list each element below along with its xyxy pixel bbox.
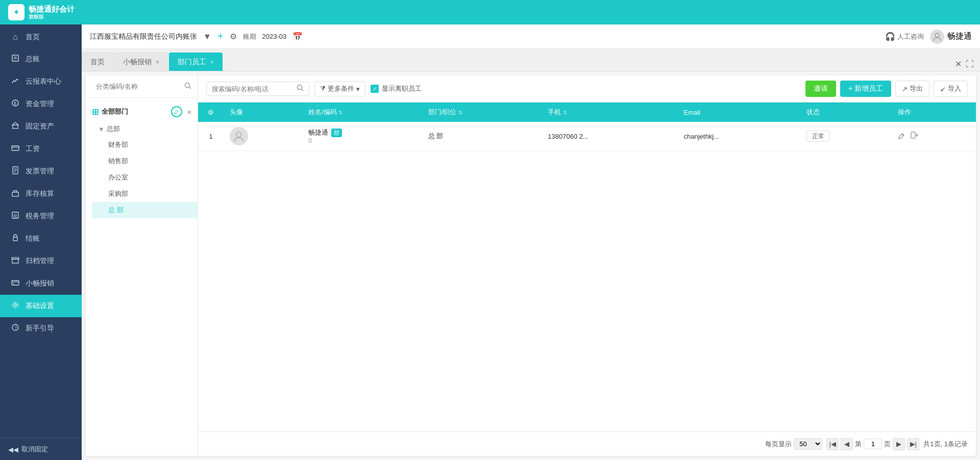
dept-item-purchase[interactable]: 采购部: [92, 186, 198, 202]
employee-panel: ⧩ 更多条件 ▾ ✓ 显示离职员工 邀请 + 新增员工: [198, 75, 976, 456]
dept-panel: ⊞ 全部部门 « ▼ 总部 财务部: [86, 75, 198, 456]
page-input[interactable]: [864, 439, 882, 449]
name-sort-label: 姓名/编码: [308, 108, 337, 116]
total-info: 共1页, 1条记录: [923, 440, 968, 449]
dept-edit-button[interactable]: [171, 106, 182, 117]
dept-item-office[interactable]: 办公室: [92, 169, 198, 186]
employee-search-input[interactable]: [212, 85, 293, 93]
import-icon: ↙: [940, 85, 946, 93]
close-window-icon[interactable]: ✕: [955, 59, 962, 69]
next-page-button[interactable]: ▶: [893, 438, 905, 450]
search-icon[interactable]: [297, 84, 304, 93]
filter-button[interactable]: ⧩ 更多条件 ▾: [314, 81, 365, 96]
edit-button[interactable]: [898, 131, 906, 141]
sidebar-item-guide[interactable]: ? 新手引导: [0, 317, 82, 340]
row-dept-cell: 总 部: [422, 122, 542, 151]
page-size-dropdown[interactable]: 50 10 20 100: [794, 438, 822, 450]
close-icon[interactable]: ×: [156, 59, 159, 66]
show-resigned-toggle[interactable]: ✓ 显示离职员工: [371, 84, 422, 93]
row-email-cell: chanjethkj...: [677, 122, 800, 151]
user-area[interactable]: 畅捷通: [930, 30, 972, 44]
collapse-arrow-icon: ▼: [98, 125, 105, 133]
period-label: 账期: [243, 32, 256, 41]
svg-line-26: [189, 87, 191, 89]
gear-icon[interactable]: ⚙: [230, 32, 237, 41]
closing-icon: [10, 234, 20, 244]
name-column-header[interactable]: 姓名/编码 ⇅: [302, 103, 422, 122]
home-icon: ⌂: [10, 33, 20, 42]
invite-button[interactable]: 邀请: [805, 81, 836, 97]
ledger-icon: [10, 54, 20, 64]
dept-group-header[interactable]: ▼ 总部: [92, 121, 198, 137]
sidebar-item-label: 总账: [26, 55, 40, 64]
tab-xiaochang[interactable]: 小畅报销 ×: [114, 53, 168, 71]
pin-icon: ◀◀: [8, 446, 18, 453]
sidebar-item-settings[interactable]: 基础设置: [0, 295, 82, 317]
dept-item-headquarters[interactable]: 总 部: [92, 202, 198, 218]
dept-item-finance[interactable]: 财务部: [92, 137, 198, 153]
table-body: 1 畅捷通 部: [198, 122, 976, 151]
table-header: ⚙ 头像 姓名/编码 ⇅ 部门/职位 ⇅: [198, 103, 976, 122]
resigned-checkbox[interactable]: ✓: [371, 85, 379, 93]
employee-name-container: 畅捷通 部: [308, 128, 416, 137]
sidebar-item-invoices[interactable]: 发票管理: [0, 160, 82, 183]
svg-rect-12: [12, 192, 18, 196]
sidebar-item-assets[interactable]: 固定资产: [0, 115, 82, 138]
sort-icon: ⇅: [458, 110, 462, 115]
first-page-button[interactable]: |◀: [826, 438, 839, 450]
sidebar-item-closing[interactable]: 结账: [0, 227, 82, 250]
add-employee-button[interactable]: + 新增员工: [840, 81, 891, 97]
dept-search-input[interactable]: [92, 81, 181, 92]
logout-button[interactable]: [910, 131, 918, 141]
funds-icon: $: [10, 99, 20, 109]
settings-column-header[interactable]: ⚙: [198, 103, 224, 122]
import-button[interactable]: ↙ 导入: [934, 81, 968, 97]
dept-item-sales[interactable]: 销售部: [92, 153, 198, 169]
search-icon[interactable]: [184, 82, 191, 91]
sidebar-item-reports[interactable]: 云报表中心: [0, 70, 82, 93]
prev-page-button[interactable]: ◀: [841, 438, 853, 450]
archive-icon: [10, 256, 20, 266]
phone-column-header[interactable]: 手机 ⇅: [542, 103, 677, 122]
sidebar-item-ledger[interactable]: 总账: [0, 48, 82, 70]
export-button[interactable]: ↗ 导出: [895, 81, 929, 97]
export-icon: ↗: [902, 85, 908, 93]
last-page-button[interactable]: ▶|: [907, 438, 919, 450]
main-layout: ⌂ 首页 总账 云报表中心 $ 资金管理 固定资产: [0, 24, 980, 460]
tab-home[interactable]: 首页: [82, 53, 113, 71]
svg-text:$: $: [14, 101, 16, 106]
dept-search-area: [86, 75, 198, 98]
show-resigned-label: 显示离职员工: [382, 84, 422, 93]
logo-icon: ✦: [8, 4, 24, 20]
svg-point-20: [13, 284, 14, 285]
sidebar-item-inventory[interactable]: 库存核算: [0, 183, 82, 205]
sidebar-item-label: 工资: [26, 144, 40, 154]
all-departments[interactable]: ⊞ 全部部门 «: [86, 102, 198, 121]
close-icon[interactable]: ×: [210, 59, 214, 66]
status-badge: 正常: [806, 131, 830, 142]
add-company-icon[interactable]: +: [217, 31, 224, 42]
dept-column-header[interactable]: 部门/职位 ⇅: [422, 103, 542, 122]
employee-data-table: ⚙ 头像 姓名/编码 ⇅ 部门/职位 ⇅: [198, 103, 976, 151]
row-status-cell: 正常: [800, 122, 892, 151]
expand-window-icon[interactable]: ⛶: [966, 60, 974, 69]
sidebar-item-salary[interactable]: 工资: [0, 138, 82, 160]
dropdown-icon[interactable]: ▼: [203, 32, 211, 41]
sidebar-item-label: 新手引导: [26, 324, 54, 333]
sidebar-item-label: 结账: [26, 234, 40, 243]
sidebar-item-tax[interactable]: 税 税务管理: [0, 205, 82, 227]
sidebar-item-funds[interactable]: $ 资金管理: [0, 93, 82, 115]
sidebar-item-archive[interactable]: 归档管理: [0, 250, 82, 272]
support-button[interactable]: 🎧 人工咨询: [885, 32, 924, 41]
svg-line-28: [302, 89, 304, 91]
sidebar-item-xiaochang[interactable]: 小畅报销: [0, 272, 82, 295]
collapse-icon[interactable]: «: [187, 108, 191, 116]
dept-sort-label: 部门/职位: [428, 108, 457, 116]
cancel-fixed-btn[interactable]: ◀◀ 取消固定: [0, 438, 82, 460]
tab-department[interactable]: 部门员工 ×: [169, 53, 223, 71]
tab-label: 首页: [90, 58, 105, 67]
calendar-icon[interactable]: 📅: [292, 32, 303, 41]
sidebar-item-home[interactable]: ⌂ 首页: [0, 27, 82, 48]
toolbar-right: 邀请 + 新增员工 ↗ 导出 ↙ 导入: [805, 81, 968, 97]
page-nav: |◀ ◀ 第 页 ▶ ▶|: [826, 438, 919, 450]
